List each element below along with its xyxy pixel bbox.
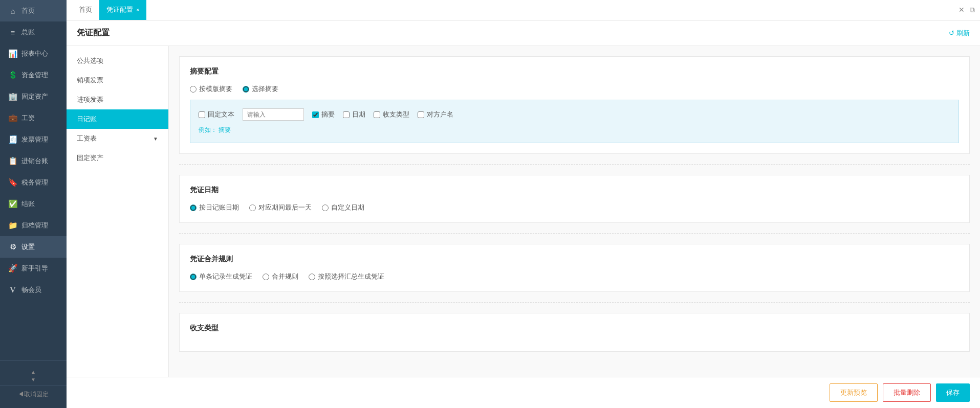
save-button[interactable]: 保存 bbox=[936, 383, 970, 402]
summary-preview: 例如： 摘要 bbox=[199, 126, 950, 134]
counterparty-checkbox[interactable] bbox=[418, 111, 424, 118]
sidebar-scroll: ▲ ▼ bbox=[0, 366, 67, 386]
voucher-date-group: 按日记账日期 对应期间最后一天 自定义日期 bbox=[190, 203, 959, 212]
body-layout: 公共选项 销项发票 进项发票 日记账 工资表 ▼ 固定资产 bbox=[67, 46, 980, 377]
date-custom[interactable]: 自定义日期 bbox=[322, 203, 364, 212]
settings-icon: ⚙ bbox=[8, 242, 17, 252]
sidebar-item-tax[interactable]: 🔖 税务管理 bbox=[0, 172, 67, 193]
sidebar-item-ledger[interactable]: ≡ 总账 bbox=[0, 21, 67, 43]
merge-rules-title: 凭证合并规则 bbox=[190, 255, 959, 264]
summary-select-radio[interactable] bbox=[243, 86, 249, 93]
update-preview-button[interactable]: 更新预览 bbox=[830, 383, 878, 402]
nav-item-purchase-invoice[interactable]: 进项发票 bbox=[67, 90, 168, 109]
left-nav: 公共选项 销项发票 进项发票 日记账 工资表 ▼ 固定资产 bbox=[67, 46, 169, 377]
nav-item-journal[interactable]: 日记账 bbox=[67, 109, 168, 129]
field-date[interactable]: 日期 bbox=[343, 110, 365, 119]
by-journal-radio[interactable] bbox=[190, 205, 197, 211]
sidebar-item-reports[interactable]: 📊 报表中心 bbox=[0, 43, 67, 64]
custom-date-radio[interactable] bbox=[322, 205, 329, 211]
settlement-icon: ✅ bbox=[8, 199, 17, 209]
sidebar-item-sales[interactable]: 📋 进销台账 bbox=[0, 150, 67, 172]
nav-item-payroll-table[interactable]: 工资表 ▼ bbox=[67, 129, 168, 148]
date-checkbox[interactable] bbox=[343, 111, 350, 118]
reports-icon: 📊 bbox=[8, 49, 17, 58]
tab-bar: 首页 凭证配置 × ✕ ⧉ bbox=[67, 0, 980, 20]
vip-icon: V bbox=[8, 286, 17, 294]
summary-template-radio[interactable] bbox=[190, 86, 197, 93]
income-type-title: 收支类型 bbox=[190, 324, 959, 333]
field-summary[interactable]: 摘要 bbox=[312, 110, 335, 119]
merge-rule-option[interactable]: 合并规则 bbox=[263, 272, 298, 281]
bottom-actions: 更新预览 批量删除 保存 bbox=[67, 377, 980, 408]
merge-rule-radio[interactable] bbox=[263, 274, 269, 280]
income-type-checkbox[interactable] bbox=[374, 111, 380, 118]
tab-voucher-config[interactable]: 凭证配置 × bbox=[99, 0, 146, 20]
sidebar-item-archive[interactable]: 📁 归档管理 bbox=[0, 215, 67, 236]
merge-rules-section: 凭证合并规则 单条记录生成凭证 合并规则 按照选择汇总生成凭证 bbox=[179, 244, 970, 292]
tax-icon: 🔖 bbox=[8, 178, 17, 187]
single-record-radio[interactable] bbox=[190, 274, 197, 280]
field-counterparty[interactable]: 对方户名 bbox=[418, 110, 453, 119]
expand-icon: ▼ bbox=[153, 136, 158, 142]
batch-delete-button[interactable]: 批量删除 bbox=[883, 383, 931, 402]
field-fixed-text[interactable]: 固定文本 bbox=[199, 110, 234, 119]
summary-mode-template[interactable]: 按模版摘要 bbox=[190, 84, 232, 94]
sidebar-bottom: ▲ ▼ ◀取消固定 bbox=[0, 360, 67, 408]
tab-home[interactable]: 首页 bbox=[72, 0, 99, 20]
sidebar-item-funds[interactable]: 💲 资金管理 bbox=[0, 64, 67, 86]
summary-mode-group: 按模版摘要 选择摘要 bbox=[190, 84, 959, 94]
guide-icon: 🚀 bbox=[8, 264, 17, 273]
assets-icon: 🏢 bbox=[8, 92, 17, 101]
funds-icon: 💲 bbox=[8, 71, 17, 80]
refresh-button[interactable]: ↺ 刷新 bbox=[949, 29, 970, 38]
date-last-day[interactable]: 对应期间最后一天 bbox=[249, 203, 312, 212]
summary-config-box: 固定文本 摘要 日期 bbox=[190, 100, 959, 143]
nav-item-sales-invoice[interactable]: 销项发票 bbox=[67, 71, 168, 90]
sidebar-item-home[interactable]: ⌂ 首页 bbox=[0, 0, 67, 21]
merge-rules-group: 单条记录生成凭证 合并规则 按照选择汇总生成凭证 bbox=[190, 272, 959, 281]
sidebar-item-guide[interactable]: 🚀 新手引导 bbox=[0, 258, 67, 279]
nav-item-fixed-assets[interactable]: 固定资产 bbox=[67, 148, 168, 168]
fixed-text-checkbox[interactable] bbox=[199, 111, 205, 118]
voucher-date-section: 凭证日期 按日记账日期 对应期间最后一天 自定义日期 bbox=[179, 175, 970, 223]
tab-close-icon[interactable]: × bbox=[136, 7, 139, 13]
sidebar-item-invoice[interactable]: 🧾 发票管理 bbox=[0, 129, 67, 150]
merge-single-record[interactable]: 单条记录生成凭证 bbox=[190, 272, 252, 281]
sidebar-item-assets[interactable]: 🏢 固定资产 bbox=[0, 86, 67, 107]
summary-fields-row: 固定文本 摘要 日期 bbox=[199, 108, 950, 121]
ledger-icon: ≡ bbox=[8, 28, 17, 37]
payroll-icon: 💼 bbox=[8, 114, 17, 123]
window-restore-icon[interactable]: ⧉ bbox=[970, 6, 975, 14]
last-day-radio[interactable] bbox=[249, 205, 256, 211]
sales-icon: 📋 bbox=[8, 156, 17, 166]
unpin-bar[interactable]: ◀取消固定 bbox=[0, 386, 67, 403]
sidebar-item-settlement[interactable]: ✅ 结账 bbox=[0, 193, 67, 215]
divider-1 bbox=[179, 164, 970, 165]
sidebar-item-vip[interactable]: V 畅会员 bbox=[0, 279, 67, 301]
page-title: 凭证配置 bbox=[77, 28, 110, 38]
income-type-section: 收支类型 bbox=[179, 313, 970, 352]
right-content: 摘要配置 按模版摘要 选择摘要 bbox=[169, 46, 980, 377]
window-close-icon[interactable]: ✕ bbox=[959, 6, 965, 14]
tab-bar-actions: ✕ ⧉ bbox=[959, 6, 975, 14]
scroll-down-arrow[interactable]: ▼ bbox=[31, 377, 36, 382]
archive-icon: 📁 bbox=[8, 221, 17, 230]
divider-3 bbox=[179, 302, 970, 303]
page-content: 凭证配置 ↺ 刷新 公共选项 销项发票 进项发票 日记账 bbox=[67, 20, 980, 408]
scroll-up-arrow[interactable]: ▲ bbox=[31, 369, 36, 375]
home-icon: ⌂ bbox=[8, 7, 17, 15]
summary-title: 摘要配置 bbox=[190, 67, 959, 76]
sidebar-item-payroll[interactable]: 💼 工资 bbox=[0, 107, 67, 129]
merge-by-selection[interactable]: 按照选择汇总生成凭证 bbox=[309, 272, 384, 281]
sidebar-item-settings[interactable]: ⚙ 设置 bbox=[0, 236, 67, 258]
nav-item-public[interactable]: 公共选项 bbox=[67, 51, 168, 71]
summary-checkbox[interactable] bbox=[312, 111, 319, 118]
summary-mode-select[interactable]: 选择摘要 bbox=[243, 84, 278, 94]
field-income-type[interactable]: 收支类型 bbox=[374, 110, 409, 119]
refresh-icon: ↺ bbox=[949, 29, 954, 37]
invoice-icon: 🧾 bbox=[8, 135, 17, 144]
voucher-date-title: 凭证日期 bbox=[190, 186, 959, 195]
date-by-journal[interactable]: 按日记账日期 bbox=[190, 203, 239, 212]
by-selection-radio[interactable] bbox=[309, 274, 315, 280]
fixed-text-input[interactable] bbox=[243, 108, 304, 121]
